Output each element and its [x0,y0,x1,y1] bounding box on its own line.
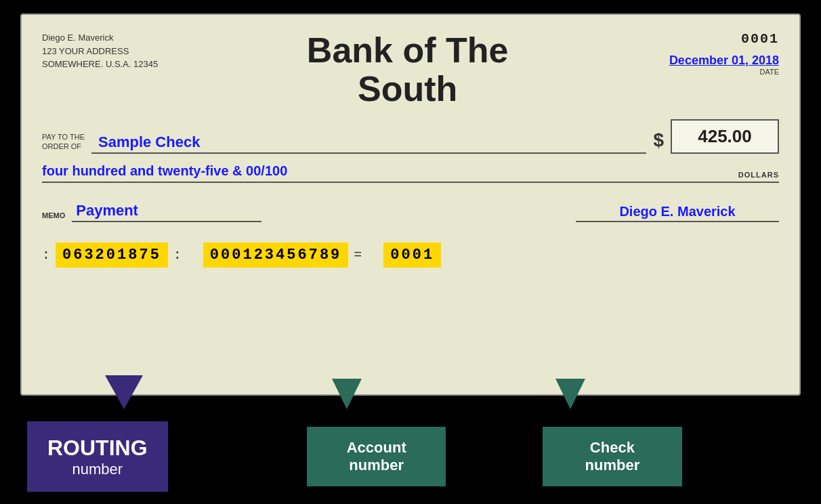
payer-address-line2: SOMEWHERE. U.S.A. 12345 [42,58,158,71]
payee-name: Sample Check [91,133,200,150]
written-amount: four hundred and twenty-five & 00/100 [42,163,287,179]
check-date: December 01, 2018 [657,54,779,68]
amount: 425.00 [698,126,752,146]
check-paper: Diego E. Maverick 123 YOUR ADDRESS SOMEW… [20,14,801,396]
payee-name-field: Sample Check [91,133,646,154]
date-label: DATE [657,68,779,76]
routing-label: ROUTING number [27,421,168,492]
signature: Diego E. Maverick [619,204,735,219]
micr-account-number: 000123456789 [203,243,348,268]
memo-signature-section: MEMO Payment Diego E. Maverick [42,202,779,222]
pay-to-label: PAY TO THE ORDER OF [42,132,85,152]
memo-area: MEMO Payment [42,202,261,222]
micr-check-number: 0001 [383,243,441,268]
routing-arrow [105,375,143,409]
micr-account-suffix: = [354,247,362,263]
routing-bottom: number [47,461,148,478]
check-number-label: Check number [543,427,681,486]
memo-label: MEMO [42,211,65,219]
dollars-label: DOLLARS [738,171,779,179]
pay-to-section: PAY TO THE ORDER OF Sample Check $ 425.0… [42,119,779,154]
payer-address-line1: 123 YOUR ADDRESS [42,45,158,58]
account-number-label: Account number [307,427,446,486]
routing-top: ROUTING [47,435,148,461]
check-header: Diego E. Maverick 123 YOUR ADDRESS SOMEW… [42,31,779,108]
micr-routing-number: 063201875 [56,243,168,268]
payer-address: Diego E. Maverick 123 YOUR ADDRESS SOMEW… [42,31,158,71]
dollar-sign: $ [653,129,664,151]
written-amount-section: four hundred and twenty-five & 00/100 DO… [42,163,779,183]
memo-text: Payment [72,202,138,219]
check-arrow [555,379,585,409]
micr-prefix: : [42,247,50,263]
account-arrow [332,379,362,409]
check-number-display: 0001 [657,31,779,47]
signature-area: Diego E. Maverick [576,204,779,222]
bank-name: Bank of The South [158,31,657,108]
memo-field: Payment [72,202,261,222]
bottom-labels: ROUTING number Account number Check numb… [0,409,821,504]
payer-name: Diego E. Maverick [42,31,158,45]
micr-line: : 063201875 : 000123456789 = 0001 [42,243,779,268]
amount-box: 425.00 [671,119,779,154]
micr-suffix: : [173,247,182,263]
check-number-date-area: 0001 December 01, 2018 DATE [657,31,779,76]
